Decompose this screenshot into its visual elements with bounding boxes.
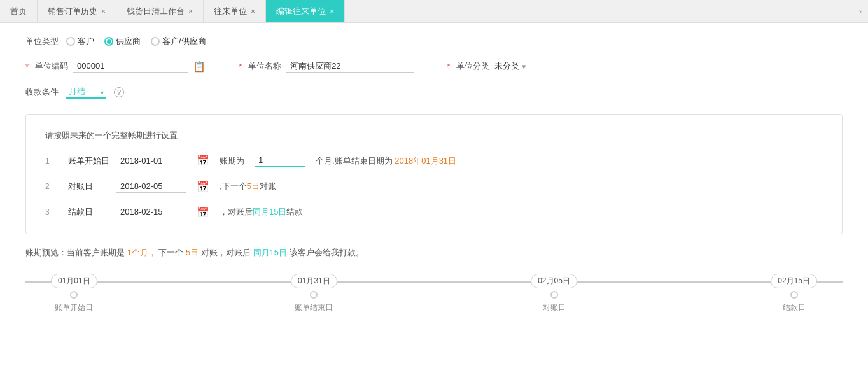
unit-name-input[interactable]	[286, 60, 414, 73]
unit-name-label: 单位名称	[248, 60, 281, 72]
tab-more-arrow[interactable]: ›	[853, 0, 868, 22]
settings-panel: 请按照未来的一个完整帐期进行设置 1 账单开始日 📅 账期为 个月,账单结束日期…	[25, 114, 843, 234]
row-label-3: 结款日	[68, 206, 106, 218]
timeline-point-4: 02月15日 结款日	[771, 274, 817, 313]
payment-date-calendar-icon[interactable]: 📅	[197, 206, 209, 218]
panel-row-2: 2 对账日 📅 ,下一个5日对账	[45, 180, 823, 193]
timeline-label-4: 结款日	[783, 302, 806, 313]
start-date-calendar-icon[interactable]: 📅	[197, 155, 209, 167]
payment-condition-select-wrapper: 月结 现结 半月结 季结	[66, 85, 106, 99]
preview-period: 1个月，	[127, 248, 157, 257]
timeline-badge-3: 02月05日	[531, 274, 577, 288]
timeline-point-1: 01月01日 账单开始日	[51, 274, 97, 313]
row-num-1: 1	[45, 157, 58, 165]
unit-code-group: * 单位编码 📋	[25, 60, 206, 73]
radio-supplier[interactable]: 供应商	[104, 36, 141, 47]
payment-condition-select[interactable]: 月结 现结 半月结 季结	[66, 85, 106, 99]
timeline-label-1: 账单开始日	[55, 302, 93, 313]
timeline-container: 01月01日 账单开始日 01月31日 账单结束日 02月05日 对账日 02月…	[25, 274, 843, 313]
timeline-badge-2: 01月31日	[291, 274, 337, 288]
period-value-input[interactable]	[255, 154, 305, 167]
unit-category-chevron-icon: ▾	[522, 62, 526, 71]
timeline-badge-1: 01月01日	[51, 274, 97, 288]
tab-close-partner[interactable]: ×	[251, 7, 255, 16]
timeline-point-2: 01月31日 账单结束日	[291, 274, 337, 313]
unit-type-label: 单位类型	[25, 36, 59, 47]
period-label-before: 账期为	[220, 155, 244, 167]
unit-category-value: 未分类	[494, 60, 519, 72]
timeline-dot-3	[550, 291, 558, 299]
radio-circle-both	[151, 37, 160, 46]
period-unit: 个月,账单结束日期为 2018年01月31日	[316, 155, 456, 167]
tab-edit-partner[interactable]: 编辑往来单位 ×	[266, 0, 345, 22]
tab-close-sales-order-history[interactable]: ×	[101, 7, 106, 16]
tab-close-cash-work[interactable]: ×	[188, 7, 193, 16]
radio-both[interactable]: 客户/供应商	[151, 36, 206, 47]
preview-section: 账期预览：当前客户账期是 1个月， 下一个 5日 对账，对账后 同月15日 该客…	[25, 247, 843, 313]
timeline-dot-1	[70, 291, 78, 299]
panel-row-1: 1 账单开始日 📅 账期为 个月,账单结束日期为 2018年01月31日	[45, 154, 823, 167]
reconcile-date-calendar-icon[interactable]: 📅	[197, 181, 209, 193]
row-num-2: 2	[45, 182, 58, 191]
period-end-date: 2018年01月31日	[395, 156, 456, 165]
panel-row-3: 3 结款日 📅 ，对账后同月15日结款	[45, 206, 823, 218]
start-date-input[interactable]	[116, 155, 186, 167]
tab-home[interactable]: 首页	[0, 0, 38, 22]
row-label-1: 账单开始日	[68, 155, 106, 167]
payment-day-highlight: 同月15日	[253, 207, 286, 216]
payment-condition-label: 收款条件	[25, 87, 59, 98]
preview-payment-day: 同月15日	[253, 248, 287, 257]
timeline-dot-4	[790, 291, 798, 299]
payment-condition-help-icon[interactable]: ?	[114, 87, 124, 97]
timeline-label-3: 对账日	[543, 302, 566, 313]
row-label-2: 对账日	[68, 181, 106, 192]
tab-close-edit-partner[interactable]: ×	[330, 7, 334, 16]
reconcile-desc: ,下一个5日对账	[220, 181, 276, 192]
tab-bar: 首页 销售订单历史 × 钱货日清工作台 × 往来单位 × 编辑往来单位 × ›	[0, 0, 868, 23]
unit-name-group: * 单位名称	[239, 60, 414, 73]
radio-customer[interactable]: 客户	[66, 36, 94, 47]
timeline-point-3: 02月05日 对账日	[531, 274, 577, 313]
unit-code-input[interactable]	[73, 60, 188, 73]
preview-reconcile-day: 5日	[186, 248, 199, 257]
unit-type-radio-group: 客户 供应商 客户/供应商	[66, 36, 206, 47]
payment-condition-row: 收款条件 月结 现结 半月结 季结 ?	[25, 85, 843, 99]
timeline-label-2: 账单结束日	[295, 302, 333, 313]
timeline-badge-4: 02月15日	[771, 274, 817, 288]
main-content: 单位类型 客户 供应商 客户/供应商 * 单位编码 📋 * 单位名称	[0, 23, 868, 387]
unit-category-group: * 单位分类 未分类 ▾	[447, 60, 526, 72]
tab-partner[interactable]: 往来单位 ×	[204, 0, 266, 22]
timeline-dot-2	[310, 291, 318, 299]
radio-circle-customer	[66, 37, 75, 46]
row-num-3: 3	[45, 208, 58, 216]
tab-cash-work[interactable]: 钱货日清工作台 ×	[116, 0, 204, 22]
reconcile-day-highlight: 5日	[247, 181, 260, 191]
unit-info-row: * 单位编码 📋 * 单位名称 * 单位分类 未分类 ▾	[25, 60, 843, 73]
unit-type-row: 单位类型 客户 供应商 客户/供应商	[25, 36, 843, 47]
reconcile-date-input[interactable]	[116, 180, 186, 193]
unit-code-calendar-icon[interactable]: 📋	[193, 60, 206, 73]
radio-circle-supplier	[104, 37, 113, 46]
unit-category-label: 单位分类	[456, 60, 489, 72]
tab-sales-order-history[interactable]: 销售订单历史 ×	[38, 0, 116, 22]
panel-title: 请按照未来的一个完整帐期进行设置	[45, 130, 823, 141]
unit-code-label: 单位编码	[35, 60, 68, 72]
timeline: 01月01日 账单开始日 01月31日 账单结束日 02月05日 对账日 02月…	[51, 274, 817, 313]
payment-desc: ，对账后同月15日结款	[220, 206, 303, 218]
payment-date-input[interactable]	[116, 206, 186, 218]
preview-text: 账期预览：当前客户账期是 1个月， 下一个 5日 对账，对账后 同月15日 该客…	[25, 247, 843, 258]
unit-category-dropdown[interactable]: 未分类 ▾	[494, 60, 526, 72]
